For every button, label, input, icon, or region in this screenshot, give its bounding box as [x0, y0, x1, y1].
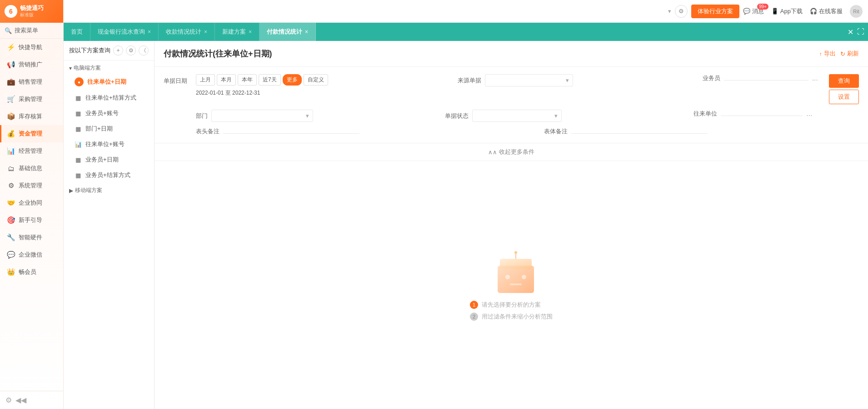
date-btn-this-year[interactable]: 本年 — [238, 74, 257, 86]
header-note-input[interactable] — [223, 130, 359, 134]
breadcrumb-arrow[interactable]: ▾ — [668, 8, 671, 15]
tab-payment-stats[interactable]: 付款情况统计 × — [259, 23, 316, 41]
panel-item-dept-date[interactable]: ▦ 部门+日期 — [64, 121, 154, 136]
marketing-icon: 📢 — [7, 61, 15, 69]
sidebar-item-finance[interactable]: 💰 资金管理 — [0, 125, 63, 142]
sidebar-item-label: 销售管理 — [19, 78, 42, 86]
tip-num-2: 2 — [470, 313, 478, 321]
sidebar-item-basic[interactable]: 🗂 基础信息 — [0, 160, 63, 177]
sidebar-item-label: 经营管理 — [19, 147, 42, 155]
query-btn[interactable]: 查询 — [829, 74, 859, 88]
sidebar-item-collab[interactable]: 🤝 企业协同 — [0, 194, 63, 212]
tab-home[interactable]: 首页 — [64, 23, 90, 41]
pc-section-title[interactable]: ▾ 电脑端方案 — [64, 61, 154, 74]
sidebar-item-label: 畅会员 — [19, 268, 36, 276]
sidebar-item-weixin[interactable]: 💬 企业微信 — [0, 246, 63, 263]
refresh-btn[interactable]: ↻ 刷新 — [840, 50, 859, 58]
panel-collapse-btn[interactable]: 《 — [139, 45, 149, 56]
tip-text-1: 请先选择要分析的方案 — [482, 301, 541, 309]
dept-date-label: 部门+日期 — [85, 125, 113, 133]
unit-date-active-icon: ● — [75, 77, 84, 86]
inventory-icon: 📦 — [7, 112, 15, 121]
tab-receivable[interactable]: 收款情况统计 × — [159, 23, 215, 41]
source-select-arrow: ▾ — [566, 77, 569, 84]
body-note-input[interactable] — [571, 130, 708, 134]
service-icon: 🎧 — [810, 8, 817, 15]
collapse-filter-btn[interactable]: ∧∧ 收起更多条件 — [155, 143, 868, 161]
search-menu[interactable]: 🔍 搜索菜单 — [0, 23, 63, 39]
member-icon: 👑 — [7, 268, 15, 276]
sidebar-item-member[interactable]: 👑 畅会员 — [0, 263, 63, 281]
topbar-settings-btn[interactable]: ⚙ — [675, 5, 688, 18]
unit-settle-icon: ▦ — [75, 94, 82, 101]
panel-item-unit-settle[interactable]: ▦ 往来单位+结算方式 — [64, 90, 154, 106]
refresh-label: 刷新 — [847, 50, 859, 58]
sidebar-item-quick-nav[interactable]: ⚡ 快捷导航 — [0, 39, 63, 56]
panel-settings-btn[interactable]: ⚙ — [126, 45, 136, 56]
sidebar-item-inventory[interactable]: 📦 库存核算 — [0, 108, 63, 125]
settings-bottom-icon[interactable]: ⚙ — [5, 396, 12, 404]
refresh-icon: ↻ — [840, 50, 845, 57]
status-select[interactable]: ▾ — [472, 110, 562, 122]
tab-close-all-icon[interactable]: ✕ — [848, 28, 853, 36]
mobile-section-title[interactable]: ▶ 移动端方案 — [64, 183, 154, 196]
tip-text-2: 用过滤条件来缩小分析范围 — [482, 313, 553, 321]
sidebar-item-system[interactable]: ⚙ 系统管理 — [0, 177, 63, 194]
tab-maximize-icon[interactable]: ⛶ — [857, 28, 864, 36]
sidebar-item-purchase[interactable]: 🛒 采购管理 — [0, 91, 63, 108]
date-btn-custom[interactable]: 自定义 — [304, 74, 328, 86]
receivable-tab-close[interactable]: × — [204, 29, 207, 35]
mobile-section-label: 移动端方案 — [75, 187, 102, 194]
payment-stats-tab-close[interactable]: × — [305, 29, 308, 35]
home-tab-label: 首页 — [71, 28, 83, 36]
trial-btn[interactable]: 体验行业方案 — [691, 5, 739, 18]
service-btn[interactable]: 🎧 在线客服 — [810, 7, 843, 15]
empty-illustration — [489, 250, 534, 295]
unit-settle-label: 往来单位+结算方式 — [85, 94, 136, 102]
sidebar-item-hardware[interactable]: 🔧 智能硬件 — [0, 229, 63, 246]
sidebar-item-operations[interactable]: 📊 经营管理 — [0, 142, 63, 160]
date-btn-more[interactable]: 更多 — [283, 74, 302, 86]
tabs-actions: ✕ ⛶ — [844, 23, 868, 41]
unit-ellipsis-btn[interactable]: ... — [806, 110, 812, 118]
date-btn-7days[interactable]: 近7天 — [259, 74, 281, 86]
sidebar-item-label: 新手引导 — [19, 216, 42, 224]
panel-item-unit-date[interactable]: ● 往来单位+日期 — [64, 74, 154, 90]
sidebar-item-sales[interactable]: 💼 销售管理 — [0, 73, 63, 91]
user-avatar[interactable]: Rit — [850, 5, 863, 18]
collapse-label: 收起更多条件 — [499, 148, 534, 156]
header-note-label: 表头备注 — [196, 127, 219, 136]
download-btn[interactable]: 📱 App下载 — [771, 7, 803, 15]
page-body: 按以下方案查询 + ⚙ 《 ▾ 电脑端方案 ● 往来单位+日期 ▦ 往来单位+结… — [64, 41, 868, 409]
quick-nav-icon: ⚡ — [7, 43, 15, 51]
source-select[interactable]: ▾ — [485, 74, 573, 86]
staff-input[interactable] — [724, 76, 808, 81]
dept-select[interactable]: ▾ — [211, 110, 313, 122]
panel-item-unit-account[interactable]: 📊 往来单位+账号 — [64, 136, 154, 152]
date-btn-last-month[interactable]: 上月 — [196, 74, 215, 86]
sidebar-item-marketing[interactable]: 📢 营销推广 — [0, 56, 63, 73]
panel-add-btn[interactable]: + — [113, 45, 123, 56]
download-icon: 📱 — [771, 8, 778, 15]
new-plan-tab-close[interactable]: × — [249, 29, 252, 35]
collapse-sidebar-icon[interactable]: ◀◀ — [15, 396, 26, 404]
date-btn-this-month[interactable]: 本月 — [217, 74, 236, 86]
body-note-col: 表体备注 — [544, 127, 859, 136]
cash-flow-tab-close[interactable]: × — [148, 29, 151, 35]
logo-icon: 6 — [5, 5, 17, 18]
tab-cash-flow[interactable]: 现金银行流水查询 × — [90, 23, 159, 41]
tab-new-plan[interactable]: 新建方案 × — [215, 23, 259, 41]
staff-ellipsis-btn[interactable]: ... — [812, 74, 818, 82]
panel-item-staff-account[interactable]: ▦ 业务员+账号 — [64, 106, 154, 121]
pc-section-label: 电脑端方案 — [74, 64, 101, 72]
panel-item-staff-settle[interactable]: ▦ 业务员+结算方式 — [64, 167, 154, 183]
sidebar-item-guide[interactable]: 🎯 新手引导 — [0, 212, 63, 229]
export-btn[interactable]: ↑ 导出 — [819, 50, 836, 58]
filter-settings-btn[interactable]: 设置 — [829, 90, 859, 104]
messages-btn[interactable]: 💬 消息 99+ — [743, 7, 764, 15]
panel-item-staff-date[interactable]: ▦ 业务员+日期 — [64, 152, 154, 167]
filter-area: 单据日期 上月 本月 本年 近7天 更多 自定义 2022-01-01 至 20… — [155, 67, 868, 143]
operations-icon: 📊 — [7, 147, 15, 155]
page-titlebar: 付款情况统计(往来单位+日期) ↑ 导出 ↻ 刷新 — [155, 41, 868, 67]
unit-input[interactable] — [721, 112, 803, 116]
